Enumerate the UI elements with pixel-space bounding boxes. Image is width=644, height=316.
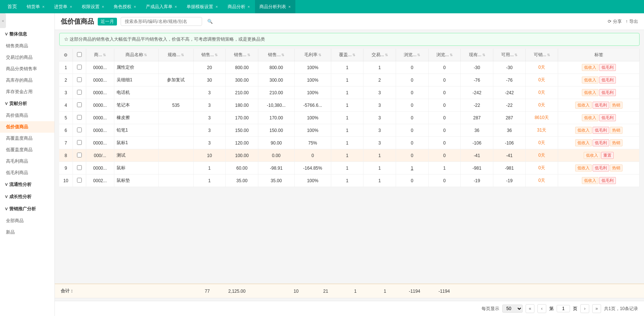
row-checkbox[interactable] bbox=[73, 74, 86, 86]
row-checkbox[interactable] bbox=[73, 124, 86, 137]
nav-product-analysis[interactable]: 商品分析 × bbox=[223, 0, 254, 13]
sidebar-group-overall[interactable]: ∨ 整体信息 bbox=[0, 28, 54, 40]
row-q7[interactable]: 0 bbox=[396, 86, 428, 99]
row-q7[interactable]: 0 bbox=[396, 99, 428, 112]
close-role-tab[interactable]: × bbox=[134, 4, 136, 9]
nav-template[interactable]: 单据模板设置 × bbox=[182, 0, 222, 13]
col-spec[interactable]: 规格...⇅ bbox=[158, 49, 193, 61]
close-purchase-tab[interactable]: × bbox=[70, 4, 72, 9]
search-input[interactable] bbox=[121, 17, 202, 26]
col-view1[interactable]: 浏览...⇅ bbox=[396, 49, 428, 61]
sidebar-collapse-btn[interactable]: « bbox=[0, 13, 6, 28]
col-trade[interactable]: 交易...⇅ bbox=[363, 49, 396, 61]
page-number-input[interactable] bbox=[557, 305, 570, 312]
row-select[interactable] bbox=[77, 90, 82, 95]
nav-purchase[interactable]: 进货单 × bbox=[50, 0, 76, 13]
nav-role[interactable]: 角色授权 × bbox=[109, 0, 140, 13]
row-q7[interactable]: 0 bbox=[396, 149, 428, 162]
sidebar-item-high-margin[interactable]: 高毛利商品 bbox=[0, 156, 54, 167]
sidebar-item-category-sales[interactable]: 商品分类销售率 bbox=[0, 63, 54, 75]
row-select[interactable] bbox=[77, 178, 82, 183]
row-spec bbox=[158, 124, 193, 137]
row-checkbox[interactable] bbox=[73, 162, 86, 174]
sidebar-group-marketing[interactable]: ∨ 营销推广分析 bbox=[0, 203, 54, 215]
col-sales3[interactable]: 销售...⇅ bbox=[258, 49, 294, 61]
col-margin[interactable]: 毛利率⇅ bbox=[294, 49, 331, 61]
sidebar-item-low-coverage[interactable]: 低覆盖度商品 bbox=[0, 144, 54, 156]
search-icon[interactable]: 🔍 bbox=[207, 19, 213, 24]
next-page-btn[interactable]: › bbox=[580, 304, 589, 313]
col-settings[interactable]: ⚙ bbox=[59, 49, 73, 61]
row-checkbox[interactable] bbox=[73, 86, 86, 99]
sidebar-group-contribution[interactable]: ∨ 贡献分析 bbox=[0, 98, 54, 110]
nav-product-inbound[interactable]: 产成品入库单 × bbox=[141, 0, 181, 13]
table-row: 9 0000... 鼠标 1 60.00 -98.91 -164.85% 1 1… bbox=[59, 162, 640, 174]
close-permission-tab[interactable]: × bbox=[102, 4, 104, 9]
row-checkbox[interactable] bbox=[73, 99, 86, 112]
col-code[interactable]: 商...⇅ bbox=[86, 49, 114, 61]
prev-page-btn[interactable]: ‹ bbox=[537, 304, 546, 313]
col-tags[interactable]: 标签 bbox=[558, 49, 640, 61]
close-sales-tab[interactable]: × bbox=[42, 4, 44, 9]
row-select[interactable] bbox=[77, 65, 82, 69]
row-select[interactable] bbox=[77, 140, 82, 145]
row-select[interactable] bbox=[77, 77, 82, 82]
last-page-btn[interactable]: » bbox=[592, 304, 601, 313]
sidebar-item-all-products[interactable]: 全部商品 bbox=[0, 215, 54, 227]
row-select[interactable] bbox=[77, 115, 82, 120]
col-sales1[interactable]: 销售...⇅ bbox=[193, 49, 226, 61]
row-q7[interactable]: 0 bbox=[396, 112, 428, 124]
page-size-select[interactable]: 50 100 200 bbox=[502, 305, 523, 313]
col-coverage[interactable]: 覆盖...⇅ bbox=[331, 49, 363, 61]
col-available-inv[interactable]: 可用...⇅ bbox=[493, 49, 526, 61]
close-product-inbound-tab[interactable]: × bbox=[175, 4, 177, 9]
row-checkbox[interactable] bbox=[73, 149, 86, 162]
nav-home[interactable]: 首页 bbox=[3, 0, 21, 13]
sidebar-item-low-margin[interactable]: 低毛利商品 bbox=[0, 167, 54, 179]
col-saleable-inv[interactable]: 可销...⇅ bbox=[526, 49, 558, 61]
row-checkbox[interactable] bbox=[73, 174, 86, 187]
row-checkbox[interactable] bbox=[73, 61, 86, 74]
row-select[interactable] bbox=[77, 153, 82, 157]
row-select[interactable] bbox=[77, 165, 82, 170]
sidebar-item-high-inventory[interactable]: 高库存的商品 bbox=[0, 75, 54, 86]
date-filter-tag[interactable]: 近一月 bbox=[98, 18, 117, 26]
row-q7[interactable]: 0 bbox=[396, 61, 428, 74]
col-current-inv[interactable]: 现有...⇅ bbox=[461, 49, 493, 61]
nav-product-analysis-list[interactable]: 商品分析列表 × bbox=[255, 0, 295, 13]
row-q7[interactable]: 0 bbox=[396, 124, 428, 137]
sidebar-group-circulation[interactable]: ∨ 流通性分析 bbox=[0, 179, 54, 191]
sidebar-item-high-coverage[interactable]: 高覆盖度商品 bbox=[0, 133, 54, 144]
row-q7[interactable]: 0 bbox=[396, 74, 428, 86]
col-checkbox[interactable] bbox=[73, 49, 86, 61]
close-product-analysis-tab[interactable]: × bbox=[248, 4, 250, 9]
sidebar-group-growth[interactable]: ∨ 成长性分析 bbox=[0, 191, 54, 203]
col-view2[interactable]: 浏览...⇅ bbox=[428, 49, 461, 61]
sidebar-item-sales-products[interactable]: 销售类商品 bbox=[0, 40, 54, 52]
nav-permission[interactable]: 权限设置 × bbox=[77, 0, 108, 13]
sidebar-item-low-value[interactable]: 低价值商品 bbox=[0, 121, 54, 133]
row-q7[interactable]: 1 bbox=[396, 162, 428, 174]
scrollbar[interactable] bbox=[55, 298, 644, 301]
row-checkbox[interactable] bbox=[73, 137, 86, 149]
select-all-checkbox[interactable] bbox=[77, 52, 82, 57]
nav-sales[interactable]: 销货单 × bbox=[22, 0, 49, 13]
row-q7[interactable]: 0 bbox=[396, 174, 428, 187]
view-link[interactable]: 1 bbox=[411, 166, 413, 171]
share-button[interactable]: ⟳ 分享 bbox=[608, 18, 622, 25]
close-product-analysis-list-tab[interactable]: × bbox=[288, 4, 291, 9]
col-sales2[interactable]: 销售...⇅ bbox=[226, 49, 258, 61]
row-select[interactable] bbox=[77, 128, 82, 132]
row-q10: -19 bbox=[493, 174, 526, 187]
sidebar-item-inventory-capital[interactable]: 库存资金占用 bbox=[0, 86, 54, 98]
close-template-tab[interactable]: × bbox=[215, 4, 218, 9]
row-q7[interactable]: 0 bbox=[396, 137, 428, 149]
sidebar-item-traded-products[interactable]: 交易过的商品 bbox=[0, 52, 54, 63]
sidebar-item-high-value[interactable]: 高价值商品 bbox=[0, 110, 54, 121]
row-checkbox[interactable] bbox=[73, 112, 86, 124]
row-select[interactable] bbox=[77, 102, 82, 107]
first-page-btn[interactable]: « bbox=[526, 304, 534, 313]
export-button[interactable]: ↑ 导出 bbox=[625, 18, 638, 25]
col-name[interactable]: 商品名称⇅ bbox=[114, 49, 158, 61]
sidebar-item-new-products[interactable]: 新品 bbox=[0, 227, 54, 238]
